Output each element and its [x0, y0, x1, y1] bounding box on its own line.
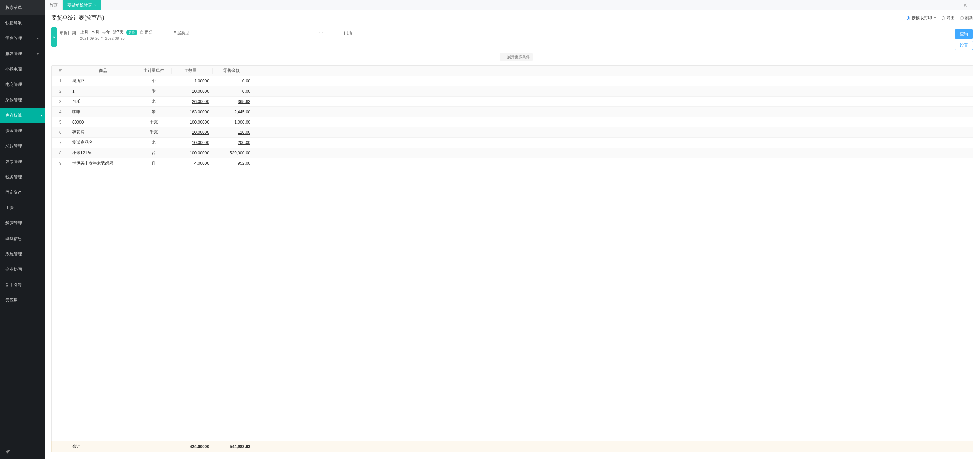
column-settings-button[interactable] — [52, 68, 69, 73]
collapse-filter-handle[interactable]: » — [51, 27, 57, 46]
table-row[interactable]: 9卡伊美中老年女装妈妈…件4.00000952.00 — [52, 158, 973, 168]
cell-qty[interactable]: 100.00000 — [172, 151, 213, 156]
chevron-down-icon — [36, 53, 39, 55]
sidebar-item-label: 工资 — [5, 205, 14, 211]
sidebar-item-label: 批发管理 — [5, 51, 22, 57]
cell-qty[interactable]: 10.00000 — [172, 130, 213, 135]
table-row[interactable]: 3可乐米26.00000365.63 — [52, 97, 973, 107]
sidebar-item-label: 快捷导航 — [5, 20, 22, 26]
cell-amount[interactable]: 952.00 — [213, 161, 254, 166]
chevron-down-icon: ﹀ — [320, 31, 323, 36]
sidebar-item-18[interactable]: 新手引导 — [0, 277, 45, 293]
sidebar-item-label: 新手引导 — [5, 282, 22, 288]
doc-type-select[interactable]: ﹀ — [194, 29, 324, 37]
table-row[interactable]: 500000千克100.000001,000.00 — [52, 117, 973, 127]
sidebar-item-11[interactable]: 税务管理 — [0, 170, 45, 185]
sidebar-item-1[interactable]: 快捷导航 — [0, 16, 45, 31]
cell-unit: 件 — [134, 160, 172, 166]
sidebar-item-0[interactable]: 搜索菜单 — [0, 0, 45, 16]
fullscreen-icon[interactable]: ⛶ — [971, 2, 978, 9]
sidebar-item-2[interactable]: 零售管理 — [0, 31, 45, 46]
cell-amount[interactable]: 120.00 — [213, 130, 254, 135]
sidebar-item-label: 小畅电商 — [5, 67, 22, 72]
cell-qty[interactable]: 10.00000 — [172, 89, 213, 94]
sidebar-item-label: 固定资产 — [5, 190, 22, 195]
sidebar-item-12[interactable]: 固定资产 — [0, 185, 45, 200]
sidebar-item-19[interactable]: 云应用 — [0, 293, 45, 308]
tab-0[interactable]: 首页 — [45, 0, 63, 10]
table-row[interactable]: 7测试商品名米10.00000200.00 — [52, 138, 973, 148]
settings-button[interactable]: 设置 — [955, 41, 973, 50]
cell-amount[interactable]: 0.00 — [213, 89, 254, 94]
sidebar-item-label: 资金管理 — [5, 128, 22, 134]
sidebar-item-15[interactable]: 基础信息 — [0, 231, 45, 246]
sidebar-item-3[interactable]: 批发管理 — [0, 46, 45, 62]
cell-qty[interactable]: 163.00000 — [172, 110, 213, 114]
cell-product: 奥满路 — [69, 78, 134, 84]
date-shortcut-this-month[interactable]: 本月 — [91, 29, 99, 35]
date-shortcut-last-month[interactable]: 上月 — [80, 29, 88, 35]
table-row[interactable]: 1奥满路个1.000000.00 — [52, 76, 973, 86]
sidebar-item-4[interactable]: 小畅电商 — [0, 62, 45, 77]
table-row[interactable]: 8小米12 Pro台100.00000539,900.00 — [52, 148, 973, 158]
sidebar-item-label: 电商管理 — [5, 82, 22, 87]
cell-product: 小米12 Pro — [69, 150, 134, 156]
page-header: 要货单统计表(按商品) 按模版打印 导出 刷新 — [45, 10, 980, 26]
refresh-radio-icon — [960, 16, 964, 20]
sidebar-item-10[interactable]: 发票管理 — [0, 154, 45, 170]
cell-amount[interactable]: 200.00 — [213, 140, 254, 145]
cell-unit: 米 — [134, 88, 172, 94]
table-totals-row: 合计 424.00000 544,982.63 — [51, 441, 973, 452]
table-row[interactable]: 6碎花裙千克10.00000120.00 — [52, 127, 973, 138]
sidebar-item-16[interactable]: 系统管理 — [0, 246, 45, 262]
cell-amount[interactable]: 0.00 — [213, 79, 254, 84]
cell-amount[interactable]: 365.63 — [213, 99, 254, 104]
cell-unit: 千克 — [134, 129, 172, 135]
sidebar-settings[interactable] — [0, 445, 45, 459]
export-button[interactable]: 导出 — [942, 15, 955, 21]
cell-product: 卡伊美中老年女装妈妈… — [69, 160, 134, 166]
cell-qty[interactable]: 26.00000 — [172, 99, 213, 104]
expand-more-filters[interactable]: ⌄ 展开更多条件 — [500, 53, 533, 60]
sidebar-item-6[interactable]: 采购管理 — [0, 92, 45, 108]
store-select[interactable]: ⋯ — [365, 29, 495, 37]
date-more-badge[interactable]: 更多 — [126, 30, 137, 35]
cell-qty[interactable]: 10.00000 — [172, 140, 213, 145]
date-custom[interactable]: 自定义 — [140, 29, 153, 35]
col-amount[interactable]: 零售金额 — [213, 68, 254, 74]
query-button[interactable]: 查询 — [955, 29, 973, 39]
cell-qty[interactable]: 100.00000 — [172, 120, 213, 125]
row-index: 7 — [52, 140, 69, 145]
sidebar-item-9[interactable]: 总账管理 — [0, 139, 45, 154]
tab-1[interactable]: 要货单统计表× — [63, 0, 101, 10]
cell-qty[interactable]: 1.00000 — [172, 79, 213, 84]
col-qty[interactable]: 主数量 — [172, 68, 213, 74]
close-icon[interactable]: × — [94, 0, 96, 10]
refresh-button[interactable]: 刷新 — [960, 15, 973, 21]
chevron-down-icon — [934, 17, 936, 19]
sidebar-item-label: 云应用 — [5, 297, 18, 303]
cell-amount[interactable]: 2,445.00 — [213, 110, 254, 114]
cell-amount[interactable]: 1,000.00 — [213, 120, 254, 125]
date-shortcut-last-year[interactable]: 去年 — [102, 29, 110, 35]
close-all-tabs[interactable]: ✕ — [961, 2, 969, 9]
table-row[interactable]: 21米10.000000.00 — [52, 86, 973, 97]
sidebar-item-17[interactable]: 企业协同 — [0, 262, 45, 277]
date-shortcut-7days[interactable]: 近7天 — [113, 29, 124, 35]
col-unit[interactable]: 主计量单位 — [134, 68, 172, 74]
sidebar-item-7[interactable]: 库存核算 — [0, 108, 45, 123]
page-title: 要货单统计表(按商品) — [51, 14, 105, 22]
cell-product: 1 — [69, 89, 134, 94]
cell-amount[interactable]: 539,900.00 — [213, 151, 254, 156]
print-by-template-button[interactable]: 按模版打印 — [907, 15, 936, 21]
sidebar-item-label: 税务管理 — [5, 174, 22, 180]
sidebar-item-13[interactable]: 工资 — [0, 200, 45, 216]
sidebar-item-5[interactable]: 电商管理 — [0, 77, 45, 92]
sidebar-item-14[interactable]: 经营管理 — [0, 216, 45, 231]
col-product[interactable]: 商品 — [69, 68, 134, 74]
table-row[interactable]: 4咖啡米163.000002,445.00 — [52, 107, 973, 117]
table-header: 商品 主计量单位 主数量 零售金额 — [52, 66, 973, 76]
cell-qty[interactable]: 4.00000 — [172, 161, 213, 166]
cell-product: 碎花裙 — [69, 129, 134, 135]
sidebar-item-8[interactable]: 资金管理 — [0, 123, 45, 139]
